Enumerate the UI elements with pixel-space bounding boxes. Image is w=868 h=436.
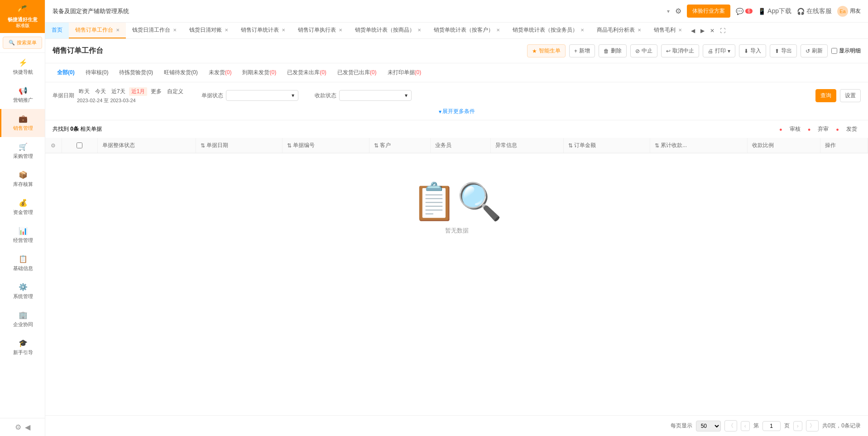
ship-action-button[interactable]: 发货 bbox=[843, 124, 861, 134]
filter-tab-not-shipped[interactable]: 未发货(0) bbox=[204, 67, 236, 78]
tab-maximize[interactable]: ⛶ bbox=[717, 26, 728, 36]
query-button[interactable]: 查询 bbox=[815, 89, 836, 102]
col-amount: ⇅ 订单金额 bbox=[563, 138, 650, 153]
expand-conditions-button[interactable]: ▾ 展开更多条件 bbox=[439, 108, 475, 115]
export-button[interactable]: ⬆ 导出 bbox=[770, 44, 797, 57]
tab-nav-prev[interactable]: ◀ bbox=[688, 26, 698, 36]
collapse-icon[interactable]: ◀ bbox=[25, 423, 30, 431]
tab-nav-next[interactable]: ▶ bbox=[698, 26, 707, 36]
page-number-input[interactable] bbox=[762, 421, 781, 431]
sidebar-item-system[interactable]: ⚙️ 系统管理 bbox=[0, 277, 45, 305]
page-next-button[interactable]: › bbox=[793, 421, 802, 431]
tab-home[interactable]: 首页 bbox=[45, 23, 69, 38]
import-button[interactable]: ⬇ 导入 bbox=[739, 44, 766, 57]
settings-filter-button[interactable]: 设置 bbox=[840, 89, 861, 102]
status-select[interactable]: ▾ bbox=[226, 90, 298, 101]
sort-date[interactable]: ⇅ 单据日期 bbox=[201, 142, 278, 149]
close-tab-cash-reconcile[interactable]: ✕ bbox=[225, 28, 228, 33]
tab-sales-exec[interactable]: 销售订单执行表 ✕ bbox=[292, 23, 349, 38]
sort-number[interactable]: ⇅ 单据编号 bbox=[287, 142, 364, 149]
filter-tab-all[interactable]: 全部(0) bbox=[53, 67, 79, 78]
sidebar-item-finance[interactable]: 💰 资金管理 bbox=[0, 193, 45, 221]
print-button[interactable]: 🖨 打印 ▾ bbox=[703, 44, 735, 57]
filter-tab-wangpu[interactable]: 旺铺待发货(0) bbox=[159, 67, 202, 78]
payment-select[interactable]: ▾ bbox=[339, 90, 412, 101]
message-button[interactable]: 💬 6 bbox=[736, 8, 753, 15]
sort-received[interactable]: ⇅ 累计收款... bbox=[655, 142, 743, 149]
pause-button[interactable]: ⊘ 中止 bbox=[630, 44, 657, 57]
close-tab-sales-exec[interactable]: ✕ bbox=[339, 28, 342, 33]
sidebar-item-purchase[interactable]: 🛒 采购管理 bbox=[0, 137, 45, 165]
tab-sales-summary-staff[interactable]: 销货单统计表（按业务员） ✕ bbox=[506, 23, 590, 38]
sidebar-item-sales[interactable]: 💼 销售管理 bbox=[0, 109, 45, 137]
date-option-custom[interactable]: 自定义 bbox=[165, 87, 185, 96]
show-detail-checkbox-label[interactable]: 显示明细 bbox=[831, 47, 861, 55]
data-table: ⚙ 单据整体状态 bbox=[45, 138, 868, 153]
close-tab-sales-workbench[interactable]: ✕ bbox=[116, 28, 120, 33]
industry-solution-button[interactable]: 体验行业方案 bbox=[687, 5, 730, 18]
sidebar-item-inventory[interactable]: 📦 库存核算 bbox=[0, 165, 45, 193]
close-tab-cash-daily[interactable]: ✕ bbox=[173, 28, 177, 33]
filter-tab-pending-review[interactable]: 待审核(0) bbox=[81, 67, 113, 78]
user-menu[interactable]: Ea 用友 bbox=[837, 6, 861, 17]
review-action-button[interactable]: 审核 bbox=[786, 124, 804, 134]
tab-cash-daily[interactable]: 钱货日清工作台 ✕ bbox=[126, 23, 183, 38]
date-option-7days[interactable]: 近7天 bbox=[110, 87, 127, 96]
close-tab-sales-gross[interactable]: ✕ bbox=[678, 28, 682, 33]
settings-bottom-icon[interactable]: ⚙ bbox=[15, 423, 21, 431]
add-button[interactable]: + 新增 bbox=[569, 44, 595, 57]
filter-tab-shipped-not-out[interactable]: 已发货未出库(0) bbox=[283, 67, 331, 78]
close-tab-sales-summary-product[interactable]: ✕ bbox=[417, 28, 421, 33]
sidebar-item-quick-nav[interactable]: ⚡ 快捷导航 bbox=[0, 53, 45, 81]
tab-sales-gross[interactable]: 销售毛利 ✕ bbox=[647, 23, 688, 38]
tab-cash-reconcile[interactable]: 钱货日清对账 ✕ bbox=[183, 23, 235, 38]
select-all-checkbox[interactable] bbox=[77, 142, 82, 148]
tab-sales-workbench[interactable]: 销售订单工作台 ✕ bbox=[69, 23, 126, 38]
refresh-button[interactable]: ↺ 刷新 bbox=[801, 44, 828, 57]
tab-sales-summary-product[interactable]: 销货单统计表（按商品） ✕ bbox=[349, 23, 427, 38]
sort-customer[interactable]: ⇅ 客户 bbox=[374, 142, 426, 149]
show-detail-checkbox[interactable] bbox=[831, 48, 837, 54]
col-abnormal: 异常信息 bbox=[490, 138, 563, 153]
tab-sales-summary-customer[interactable]: 销货单统计表（按客户） ✕ bbox=[427, 23, 506, 38]
close-tab-gross-profit[interactable]: ✕ bbox=[638, 28, 641, 33]
filter-tab-shipped-out[interactable]: 已发货已出库(0) bbox=[333, 67, 381, 78]
filter-tab-pending-inspect[interactable]: 待拣货验货(0) bbox=[115, 67, 158, 78]
close-tab-sales-summary-staff[interactable]: ✕ bbox=[580, 28, 584, 33]
search-menu-button[interactable]: 🔍 搜索菜单 bbox=[3, 37, 42, 49]
close-tab-sales-stats[interactable]: ✕ bbox=[282, 28, 285, 33]
date-option-more[interactable]: 更多 bbox=[149, 87, 163, 96]
filter-tab-expired-not-shipped[interactable]: 到期未发货(0) bbox=[238, 67, 281, 78]
sort-amount[interactable]: ⇅ 订单金额 bbox=[568, 142, 645, 149]
delete-button[interactable]: 🗑 删除 bbox=[599, 44, 627, 57]
app-download-button[interactable]: 📱 App下载 bbox=[758, 7, 791, 15]
column-settings-icon[interactable]: ⚙ bbox=[51, 142, 56, 149]
cancel-pause-button[interactable]: ↩ 取消中止 bbox=[661, 44, 699, 57]
page-size-select[interactable]: 50 10 20 100 bbox=[696, 421, 721, 431]
cancel-review-action-button[interactable]: 弃审 bbox=[814, 124, 832, 134]
sidebar-item-marketing[interactable]: 📢 营销推广 bbox=[0, 81, 45, 109]
page-title: 销售订单工作台 bbox=[53, 46, 103, 56]
topbar-settings-icon[interactable]: ⚙ bbox=[675, 7, 681, 15]
filter-tab-not-printed[interactable]: 未打印单据(0) bbox=[383, 67, 426, 78]
date-option-yesterday[interactable]: 昨天 bbox=[77, 87, 91, 96]
tab-sales-stats[interactable]: 销售订单统计表 ✕ bbox=[235, 23, 292, 38]
page-last-button[interactable]: 》 bbox=[806, 420, 819, 431]
page-prev-button[interactable]: ‹ bbox=[741, 421, 750, 431]
tab-close-all[interactable]: ✕ bbox=[707, 26, 717, 36]
sidebar-item-operations[interactable]: 📊 经营管理 bbox=[0, 221, 45, 249]
close-tab-sales-summary-customer[interactable]: ✕ bbox=[496, 28, 500, 33]
tab-gross-profit[interactable]: 商品毛利分析表 ✕ bbox=[590, 23, 647, 38]
pagination: 每页显示 50 10 20 100 《 ‹ 第 页 › 》 共0页，0条记录 bbox=[45, 415, 868, 436]
date-option-1month[interactable]: 近1月 bbox=[129, 87, 148, 96]
smart-create-button[interactable]: ★ 智能生单 bbox=[527, 44, 566, 57]
online-service-button[interactable]: 🎧 在线客服 bbox=[797, 7, 832, 15]
col-customer: ⇅ 客户 bbox=[369, 138, 430, 153]
sidebar-bottom: ⚙ ◀ bbox=[0, 418, 45, 436]
pause-icon: ⊘ bbox=[635, 48, 640, 54]
sidebar-item-enterprise[interactable]: 🏢 企业协同 bbox=[0, 305, 45, 333]
page-first-button[interactable]: 《 bbox=[724, 420, 737, 431]
date-option-today[interactable]: 今天 bbox=[93, 87, 108, 96]
sidebar-item-basic[interactable]: 📋 基础信息 bbox=[0, 249, 45, 277]
sidebar-item-guide[interactable]: 🎓 新手引导 bbox=[0, 333, 45, 361]
